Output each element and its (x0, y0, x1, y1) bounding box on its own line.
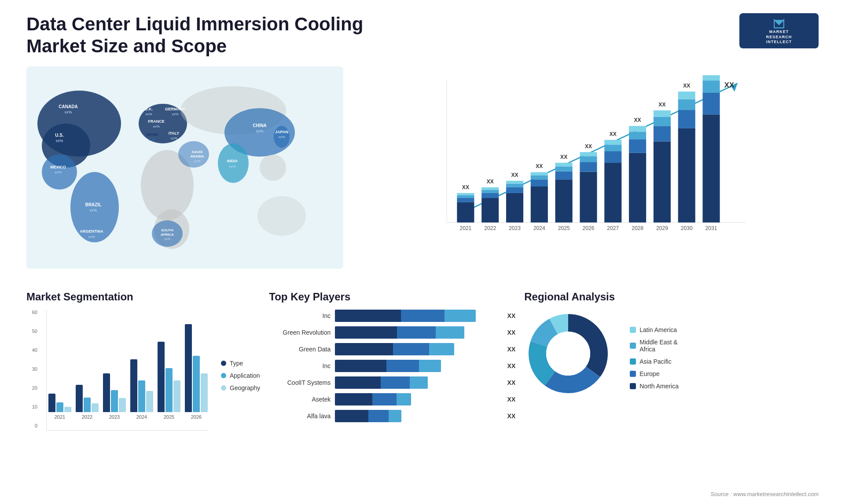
player-name-gd: Green Data (269, 346, 331, 353)
svg-text:2021: 2021 (459, 225, 471, 231)
seg-bar-geo (146, 391, 153, 412)
svg-rect-109 (678, 110, 695, 128)
legend-dot-geo (221, 385, 226, 391)
svg-text:2024: 2024 (533, 225, 545, 231)
page-title: Data Center Liquid Immersion Cooling Mar… (26, 13, 422, 58)
svg-rect-90 (604, 163, 621, 223)
svg-rect-85 (580, 162, 597, 172)
bar-chart-svg: XX 2021 XX 2022 XX 2023 (378, 75, 810, 251)
svg-text:2028: 2028 (632, 225, 643, 231)
segmentation-section: Market Segmentation 60 50 40 30 20 10 0 (26, 286, 260, 453)
seg-x-axis-line (46, 430, 208, 431)
seg-bar-stack (185, 324, 208, 412)
player-seg2 (401, 310, 445, 322)
player-seg3 (445, 310, 476, 322)
svg-text:xx%: xx% (278, 135, 285, 139)
svg-rect-92 (604, 145, 621, 151)
svg-point-126 (546, 332, 590, 376)
svg-rect-110 (678, 99, 695, 110)
player-seg1 (335, 360, 386, 372)
svg-text:xx%: xx% (145, 112, 152, 116)
seg-bar-app (56, 402, 63, 412)
svg-rect-116 (703, 80, 720, 93)
svg-rect-79 (555, 171, 573, 179)
player-row-alfa: Alfa lava XX (269, 410, 515, 422)
player-name-alfa: Alfa lava (269, 413, 331, 420)
svg-rect-56 (457, 195, 474, 198)
svg-rect-61 (481, 193, 499, 198)
header: Data Center Liquid Immersion Cooling Mar… (26, 13, 819, 58)
regional-title: Regional Analysis (524, 291, 819, 303)
svg-text:AFRICA: AFRICA (161, 233, 174, 237)
seg-bar-geo (201, 373, 208, 412)
svg-text:xx%: xx% (172, 112, 178, 116)
player-xx-gd: XX (507, 346, 516, 353)
svg-text:xx%: xx% (194, 159, 200, 163)
svg-rect-115 (703, 93, 720, 114)
player-bar-asetek (335, 393, 500, 405)
svg-text:XX: XX (536, 163, 543, 169)
bottom-section: Market Segmentation 60 50 40 30 20 10 0 (26, 286, 819, 453)
player-seg1 (335, 343, 393, 355)
donut-svg (524, 310, 612, 398)
legend-dot-type (221, 361, 226, 366)
seg-bar-type (185, 324, 192, 412)
svg-rect-102 (654, 141, 671, 222)
player-name-inc1: Inc (269, 312, 331, 319)
svg-text:XX: XX (462, 184, 469, 190)
player-seg3 (419, 360, 441, 372)
svg-text:2029: 2029 (656, 225, 668, 231)
svg-rect-73 (531, 179, 548, 186)
svg-rect-75 (531, 172, 548, 175)
player-seg1 (335, 310, 401, 322)
svg-rect-63 (481, 187, 499, 190)
world-map: CANADA xx% U.S. xx% MEXICO xx% BRAZIL xx… (26, 66, 343, 278)
player-bar-coolit (335, 376, 500, 389)
player-name-inc2: Inc (269, 362, 331, 369)
player-row-asetek: Asetek XX (269, 393, 515, 405)
seg-bar-stack (76, 385, 99, 412)
svg-text:2022: 2022 (484, 225, 496, 231)
svg-rect-111 (678, 91, 695, 99)
seg-bar-type (48, 394, 55, 412)
svg-text:2026: 2026 (583, 225, 595, 231)
svg-rect-86 (580, 156, 597, 162)
player-bar-bg-gr (335, 326, 464, 339)
player-bar-bg-asetek (335, 393, 411, 405)
seg-bar-stack (158, 342, 180, 412)
svg-text:xx%: xx% (164, 237, 170, 241)
svg-text:xx%: xx% (170, 136, 177, 140)
svg-rect-93 (604, 140, 621, 145)
player-name-asetek: Asetek (269, 396, 331, 403)
player-seg2 (386, 360, 419, 372)
seg-bar-geo (119, 398, 126, 412)
seg-bar-geo (92, 403, 99, 412)
seg-bar-stack (130, 359, 153, 412)
seg-bar-group-2025: 2025 (158, 342, 180, 420)
legend-mea: Middle East &Africa (630, 339, 679, 353)
seg-bar-group-2023: 2023 (103, 373, 126, 420)
seg-bar-type (76, 385, 83, 412)
legend-item-geo: Geography (221, 384, 260, 391)
seg-y-labels: 60 50 40 30 20 10 0 (26, 310, 37, 442)
svg-rect-78 (555, 179, 573, 223)
players-title: Top Key Players (269, 291, 515, 303)
svg-text:INDIA: INDIA (227, 159, 238, 163)
player-xx-asetek: XX (507, 396, 516, 403)
seg-bars: 2021 2022 (46, 310, 208, 431)
svg-text:XX: XX (585, 143, 592, 149)
seg-bar-geo (64, 407, 71, 412)
legend-item-type: Type (221, 360, 260, 367)
svg-text:xx%: xx% (55, 170, 61, 174)
player-bar-bg-coolit (335, 376, 428, 389)
svg-text:ITALY: ITALY (169, 131, 180, 135)
player-bar-bg-alfa (335, 410, 401, 422)
svg-text:2031: 2031 (705, 225, 717, 231)
player-bar-inc2 (335, 360, 500, 372)
svg-rect-68 (506, 183, 523, 187)
svg-text:SOUTH: SOUTH (161, 228, 173, 232)
player-bar-bg-inc2 (335, 360, 441, 372)
player-bar-bg-inc1 (335, 310, 476, 322)
seg-bar-stack (48, 394, 71, 412)
seg-bar-app (193, 356, 200, 412)
